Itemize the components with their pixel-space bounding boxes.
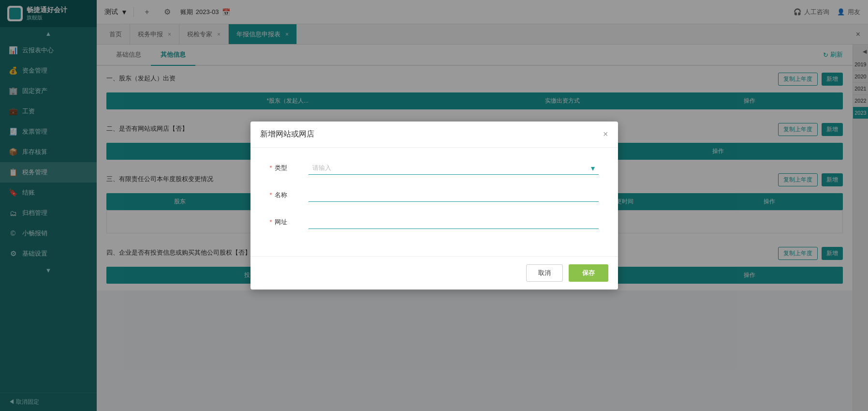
form-input-wrap-url — [309, 215, 599, 229]
modal-header: 新增网站或网店 × — [250, 122, 618, 148]
required-mark-name: * — [270, 191, 272, 198]
modal-body: * 类型 ▾ * 名称 * — [250, 148, 618, 256]
modal-overlay: 新增网站或网店 × * 类型 ▾ * 名称 — [0, 0, 868, 411]
dropdown-icon-type[interactable]: ▾ — [591, 164, 595, 173]
form-item-type: * 类型 ▾ — [270, 161, 599, 175]
modal-footer: 取消 保存 — [250, 256, 618, 289]
cancel-button[interactable]: 取消 — [526, 264, 563, 282]
required-mark-type: * — [270, 164, 272, 171]
type-input[interactable] — [309, 161, 599, 175]
form-input-wrap-type: ▾ — [309, 161, 599, 175]
modal-title: 新增网站或网店 — [260, 129, 314, 139]
form-input-wrap-name — [309, 188, 599, 202]
save-button[interactable]: 保存 — [569, 264, 608, 282]
modal-close-btn[interactable]: × — [603, 129, 608, 139]
form-item-name: * 名称 — [270, 188, 599, 202]
form-item-url: * 网址 — [270, 215, 599, 229]
modal-add-website: 新增网站或网店 × * 类型 ▾ * 名称 — [250, 122, 618, 289]
form-label-name: * 名称 — [270, 191, 309, 199]
form-label-url: * 网址 — [270, 218, 309, 227]
required-mark-url: * — [270, 218, 272, 226]
name-input[interactable] — [309, 188, 599, 202]
url-input[interactable] — [309, 215, 599, 229]
form-label-type: * 类型 — [270, 164, 309, 172]
